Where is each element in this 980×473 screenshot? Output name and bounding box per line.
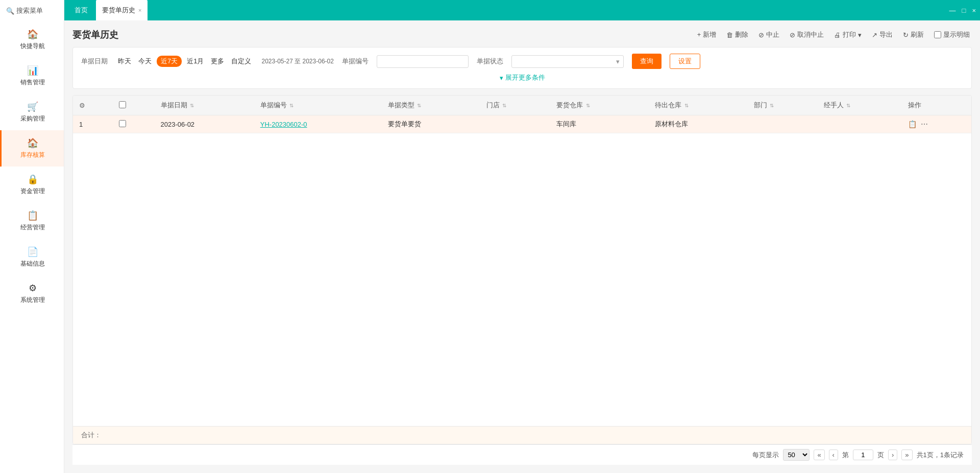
topbar-tab-active[interactable]: 要货单历史 × [96, 0, 148, 20]
pagination: 每页显示 10 20 50 100 « ‹ 第 页 › » 共1页，1条记录 [72, 444, 972, 465]
query-button[interactable]: 查询 [632, 54, 662, 69]
date-btn-today[interactable]: 今天 [136, 56, 154, 67]
reqwarehouse-sort-icon[interactable]: ⇅ [586, 103, 590, 108]
date-btn-more[interactable]: 更多 [209, 56, 226, 67]
sidebar: 🔍 搜索菜单 🏠 快捷导航 📊 销售管理 🛒 采购管理 🏠 库存核算 🔒 资金管… [0, 0, 64, 473]
row-action-group: 📋 ⋯ [908, 120, 965, 128]
topbar-home[interactable]: 首页 [68, 0, 94, 20]
new-button[interactable]: + 新增 [695, 29, 718, 40]
col-billtype-header: 单据类型 ⇅ [382, 96, 480, 115]
sidebar-item-label: 系统管理 [20, 296, 45, 304]
col-billno-header: 单据编号 ⇅ [254, 96, 382, 115]
first-page-btn[interactable]: « [814, 450, 824, 460]
lock-icon: 🔒 [27, 174, 38, 185]
select-all-checkbox[interactable] [119, 101, 126, 108]
tab-label: 要货单历史 [102, 6, 135, 15]
date-sort-icon[interactable]: ⇅ [190, 103, 194, 108]
sidebar-search[interactable]: 🔍 搜索菜单 [0, 0, 64, 21]
date-btn-yesterday[interactable]: 昨天 [116, 56, 133, 67]
sidebar-item-purchase[interactable]: 🛒 采购管理 [0, 94, 64, 130]
main-area: 首页 要货单历史 × — □ × 要货单历史 + 新增 🗑 删除 ⊘ 中止 [64, 0, 980, 473]
table-settings-icon[interactable]: ⚙ [79, 102, 85, 109]
show-detail-checkbox[interactable]: 显示明细 [932, 29, 972, 40]
per-page-label: 每页显示 [752, 451, 779, 460]
table-container: ⚙ 单据日期 ⇅ 单据编号 ⇅ [72, 95, 972, 444]
date-filter-label: 单据日期 [81, 57, 108, 66]
delete-icon: 🗑 [726, 31, 733, 39]
topbar: 首页 要货单历史 × — □ × [64, 0, 980, 20]
search-icon: 🔍 [6, 7, 14, 15]
print-icon: 🖨 [834, 31, 841, 39]
sidebar-item-operations[interactable]: 📋 经营管理 [0, 203, 64, 239]
print-chevron-icon: ▾ [858, 31, 862, 39]
cart-icon: 🛒 [27, 101, 38, 112]
page-header: 要货单历史 + 新增 🗑 删除 ⊘ 中止 ⊘ 取消中止 🖨 打印 [72, 29, 972, 41]
cell-store [480, 115, 550, 133]
sidebar-item-sales[interactable]: 📊 销售管理 [0, 58, 64, 94]
total-info: 共1页，1条记录 [917, 451, 964, 460]
sidebar-item-quick-nav[interactable]: 🏠 快捷导航 [0, 21, 64, 58]
window-close-btn[interactable]: × [972, 7, 976, 14]
col-checkbox[interactable] [113, 96, 155, 115]
sidebar-search-label: 搜索菜单 [16, 6, 43, 15]
sidebar-item-label: 经营管理 [20, 223, 45, 232]
bill-no-input[interactable] [377, 55, 469, 68]
row-more-btn[interactable]: ⋯ [921, 120, 928, 128]
document-icon: 📄 [27, 246, 38, 257]
status-select[interactable] [511, 55, 624, 68]
next-page-btn[interactable]: › [888, 450, 897, 460]
row-checkbox[interactable] [119, 120, 126, 127]
dept-sort-icon[interactable]: ⇅ [770, 103, 774, 108]
expand-more-btn[interactable]: ▾ 展开更多条件 [81, 73, 963, 82]
col-handler-header: 经手人 ⇅ [818, 96, 902, 115]
col-operation-header: 操作 [902, 96, 971, 115]
window-minimize-btn[interactable]: — [949, 7, 956, 14]
topbar-right-actions: — □ × [949, 7, 976, 14]
handler-sort-icon[interactable]: ⇅ [846, 103, 850, 108]
suspend-button[interactable]: ⊘ 中止 [756, 29, 781, 40]
row-edit-btn[interactable]: 📋 [908, 120, 917, 128]
filter-area: 单据日期 昨天 今天 近7天 近1月 更多 自定义 2023-05-27 至 2… [72, 47, 972, 89]
store-sort-icon[interactable]: ⇅ [502, 103, 506, 108]
date-range-display: 2023-05-27 至 2023-06-02 [261, 57, 333, 66]
show-detail-input[interactable] [934, 31, 941, 38]
page-input[interactable] [853, 450, 873, 460]
date-btn-7days[interactable]: 近7天 [157, 56, 182, 67]
total-label: 合计： [81, 431, 101, 440]
export-button[interactable]: ↗ 导出 [870, 29, 895, 40]
chart-icon: 📊 [27, 65, 38, 76]
billtype-sort-icon[interactable]: ⇅ [417, 103, 421, 108]
sidebar-item-label: 销售管理 [20, 78, 45, 87]
cell-pendingwarehouse: 原材料仓库 [649, 115, 747, 133]
pendingwarehouse-sort-icon[interactable]: ⇅ [684, 103, 689, 108]
settings-button[interactable]: 设置 [670, 54, 700, 69]
refresh-button[interactable]: ↻ 刷新 [901, 29, 926, 40]
home-icon: 🏠 [27, 29, 38, 40]
col-dept-header: 部门 ⇅ [748, 96, 818, 115]
bill-no-link[interactable]: YH-20230602-0 [260, 121, 307, 128]
filter-row-1: 单据日期 昨天 今天 近7天 近1月 更多 自定义 2023-05-27 至 2… [81, 54, 963, 69]
table-header-row: ⚙ 单据日期 ⇅ 单据编号 ⇅ [73, 96, 971, 115]
cell-checkbox[interactable] [113, 115, 155, 133]
prev-page-btn[interactable]: ‹ [829, 450, 838, 460]
bill-no-label: 单据编号 [342, 57, 369, 66]
cell-billtype: 要货单要货 [382, 115, 480, 133]
per-page-select[interactable]: 10 20 50 100 [783, 449, 810, 461]
date-btn-custom[interactable]: 自定义 [229, 56, 253, 67]
sidebar-item-label: 库存核算 [20, 151, 45, 159]
billno-sort-icon[interactable]: ⇅ [289, 103, 293, 108]
sidebar-item-finance[interactable]: 🔒 资金管理 [0, 167, 64, 203]
sidebar-item-label: 快捷导航 [20, 42, 45, 51]
sidebar-item-system[interactable]: ⚙ 系统管理 [0, 275, 64, 312]
col-settings[interactable]: ⚙ [73, 96, 113, 115]
sidebar-item-inventory[interactable]: 🏠 库存核算 [0, 130, 64, 167]
date-btn-1month[interactable]: 近1月 [185, 56, 206, 67]
delete-button[interactable]: 🗑 删除 [724, 29, 750, 40]
cancel-suspend-button[interactable]: ⊘ 取消中止 [788, 29, 826, 40]
last-page-btn[interactable]: » [901, 450, 912, 460]
gear-icon: ⚙ [29, 282, 37, 294]
sidebar-item-base-info[interactable]: 📄 基础信息 [0, 239, 64, 275]
window-maximize-btn[interactable]: □ [962, 7, 966, 14]
print-button[interactable]: 🖨 打印 ▾ [832, 29, 864, 40]
tab-close-icon[interactable]: × [138, 7, 141, 13]
